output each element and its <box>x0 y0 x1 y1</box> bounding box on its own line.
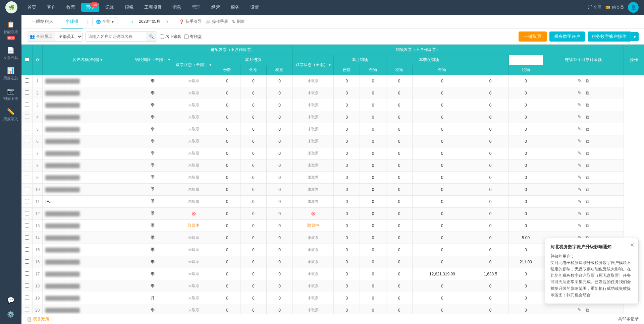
copy-button[interactable]: ⧉ <box>584 198 590 205</box>
row-checkbox[interactable] <box>25 199 29 203</box>
digital-account-button[interactable]: 税务数字账户 <box>549 31 585 42</box>
edit-button[interactable]: ✎ <box>576 174 583 181</box>
row-checkbox[interactable] <box>25 211 29 215</box>
row-checkbox-cell[interactable] <box>22 196 33 208</box>
sidebar-item-messages[interactable]: 💬 <box>4 293 17 307</box>
row-checkbox[interactable] <box>25 283 29 288</box>
one-click-import-button[interactable]: 一键取票 <box>519 31 547 42</box>
row-checkbox[interactable] <box>25 115 29 119</box>
app-logo[interactable]: 🌿 <box>5 1 17 13</box>
nav-receive[interactable]: 收票 <box>62 3 80 12</box>
row-checkbox-cell[interactable] <box>22 172 33 184</box>
fullscreen-button[interactable]: ⛶ 全屏 <box>588 5 601 10</box>
scope-selector[interactable]: 🌐 全能 ▾ <box>92 17 117 26</box>
sidebar-item-scan[interactable]: 📷 扫描上传 <box>0 84 21 105</box>
sidebar-item-smart-invoice[interactable]: 📋 智能取票 new <box>0 17 21 43</box>
row-checkbox[interactable] <box>25 163 29 167</box>
row-checkbox-cell[interactable] <box>22 208 33 220</box>
sidebar-item-settings[interactable]: ⚙️ <box>4 307 17 321</box>
nav-commerce[interactable]: 工商项目 <box>140 3 166 12</box>
row-checkbox-cell[interactable] <box>22 184 33 196</box>
digital-account-op-arrow[interactable]: ▾ <box>631 32 639 41</box>
has-tax-disk-checkbox[interactable]: 有税盘 <box>184 34 202 40</box>
sidebar-item-summary[interactable]: 📊 票据汇总 <box>0 64 21 84</box>
employee-selector[interactable]: 👥 全部员工 全部员工 <box>27 31 83 42</box>
row-checkbox[interactable] <box>25 308 29 312</box>
row-checkbox-cell[interactable] <box>22 111 33 123</box>
copy-button[interactable]: ⧉ <box>584 138 590 145</box>
edit-button[interactable]: ✎ <box>576 210 583 217</box>
row-checkbox-cell[interactable] <box>22 87 33 99</box>
row-checkbox-cell[interactable] <box>22 220 33 232</box>
edit-button[interactable]: ✎ <box>576 307 583 313</box>
copy-button[interactable]: ⧉ <box>584 114 590 121</box>
row-checkbox[interactable] <box>25 271 29 276</box>
edit-button[interactable]: ✎ <box>576 162 583 169</box>
row-checkbox[interactable] <box>25 151 29 155</box>
row-checkbox-cell[interactable] <box>22 268 33 280</box>
my-accounts-input[interactable] <box>160 35 164 39</box>
copy-button[interactable]: ⧉ <box>584 150 590 157</box>
row-checkbox[interactable] <box>25 187 29 191</box>
period-next-button[interactable]: › <box>163 18 171 26</box>
nav-bookkeeping[interactable]: 记账 <box>101 3 119 12</box>
notification-close-button[interactable]: ✕ <box>630 241 634 250</box>
nav-admin[interactable]: 管理 <box>187 3 205 12</box>
row-checkbox-cell[interactable] <box>22 75 33 87</box>
search-button[interactable]: 🔍 <box>146 32 157 41</box>
row-checkbox-cell[interactable] <box>22 123 33 135</box>
row-checkbox-cell[interactable] <box>22 292 33 304</box>
row-checkbox[interactable] <box>25 175 29 179</box>
nav-settings[interactable]: 设置 <box>246 3 264 12</box>
row-checkbox-cell[interactable] <box>22 135 33 147</box>
row-checkbox-cell[interactable] <box>22 147 33 159</box>
nav-operation[interactable]: 经营 <box>207 3 225 12</box>
row-checkbox[interactable] <box>25 296 29 300</box>
manual-button[interactable]: 📖 操作手册 <box>206 19 228 24</box>
guide-button[interactable]: ❓ 新手引导 <box>179 19 202 24</box>
edit-button[interactable]: ✎ <box>576 114 583 120</box>
nav-tax[interactable]: 报税 <box>120 3 138 12</box>
sidebar-item-open-invoice[interactable]: 📄 发票开具 <box>0 43 21 64</box>
row-checkbox-cell[interactable] <box>22 159 33 172</box>
row-checkbox-cell[interactable] <box>22 256 33 268</box>
copy-button[interactable]: ⧉ <box>584 89 590 96</box>
nav-message[interactable]: 消息 <box>168 3 186 12</box>
row-checkbox-cell[interactable] <box>22 304 33 314</box>
tab-general-taxpayer[interactable]: 一般纳税人 <box>27 15 58 28</box>
row-checkbox-cell[interactable] <box>22 244 33 256</box>
period-prev-button[interactable]: ‹ <box>128 18 136 26</box>
copy-button[interactable]: ⧉ <box>584 186 590 193</box>
row-checkbox[interactable] <box>25 103 29 107</box>
search-box[interactable]: 🔍 <box>85 31 157 42</box>
row-checkbox[interactable] <box>25 247 29 252</box>
refresh-button[interactable]: ↻ 刷新 <box>232 19 245 24</box>
nav-customer[interactable]: 客户 <box>42 3 60 12</box>
edit-button[interactable]: ✎ <box>576 138 583 144</box>
row-checkbox[interactable] <box>25 78 29 83</box>
tax-policy-link[interactable]: 📋 税务政策 <box>27 316 49 322</box>
digital-account-op-button[interactable]: 税务数字账户操作 <box>588 31 631 42</box>
nav-service[interactable]: 服务 <box>226 3 244 12</box>
edit-button[interactable]: ✎ <box>576 186 583 193</box>
copy-button[interactable]: ⧉ <box>584 174 590 181</box>
row-checkbox[interactable] <box>25 235 29 240</box>
edit-button[interactable]: ✎ <box>576 126 583 132</box>
edit-button[interactable]: ✎ <box>576 150 583 156</box>
tab-small-scale[interactable]: 小规模 <box>61 15 83 28</box>
select-all-checkbox[interactable] <box>25 57 29 62</box>
copy-button[interactable]: ⧉ <box>584 162 590 169</box>
copy-button[interactable]: ⧉ <box>584 102 590 109</box>
copy-button[interactable]: ⧉ <box>584 222 590 229</box>
has-tax-disk-input[interactable] <box>184 35 189 39</box>
row-checkbox-cell[interactable] <box>22 280 33 292</box>
edit-button[interactable]: ✎ <box>576 198 583 205</box>
nav-invoice[interactable]: 票据 new <box>81 3 99 12</box>
search-input[interactable] <box>86 32 146 41</box>
my-accounts-checkbox[interactable]: 名下账套 <box>160 34 181 40</box>
row-checkbox-cell[interactable] <box>22 232 33 244</box>
nav-home[interactable]: 首页 <box>23 3 41 12</box>
copy-button[interactable]: ⧉ <box>584 77 590 84</box>
edit-button[interactable]: ✎ <box>576 222 583 229</box>
sidebar-item-entry[interactable]: ✏️ 票据录入 <box>0 105 21 125</box>
